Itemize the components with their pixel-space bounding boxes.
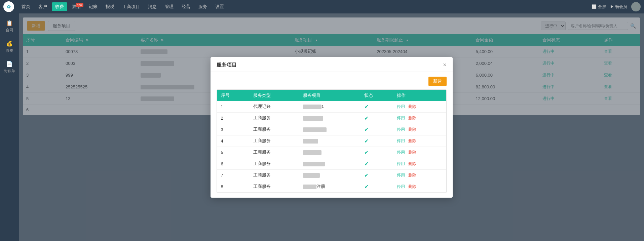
new-badge: new [76,3,83,7]
delete-btn[interactable]: 删除 [408,104,416,109]
modal-new-button[interactable]: 新建 [428,77,447,86]
nav-operate[interactable]: 经营 [178,2,194,11]
app-logo: ✿ [3,1,14,12]
modal-col-type: 服务类型 [249,90,299,101]
sidebar-item-contract[interactable]: 📋 合同 [1,16,18,35]
stop-btn[interactable]: 停用 [397,184,405,189]
contract-icon: 📋 [5,19,13,27]
nav-settings[interactable]: 设置 [212,2,227,11]
layout: 📋 合同 💰 收费 📄 对账单 新增 服务项目 进行中 已完成 已终止 [0,13,644,241]
stop-btn[interactable]: 停用 [397,161,405,166]
sidebar-item-statement[interactable]: 📄 对账单 [1,57,18,76]
sidebar-label-charge: 收费 [6,48,13,53]
modal-table-row: 2 工商服务 ✔ 停用 删除 [217,112,446,124]
service-modal: 服务项目 × 新建 序号 服务类型 服务项目 状态 [211,57,453,198]
fullscreen-btn[interactable]: ⬜ 全屏 [592,4,606,10]
user-avatar[interactable] [631,2,641,11]
nav-service[interactable]: 服务 [195,2,211,11]
stop-btn[interactable]: 停用 [397,138,405,143]
delete-btn[interactable]: 删除 [408,138,416,143]
modal-cell-no: 1 [217,101,250,113]
top-right: ⬜ 全屏 ▶ 畅会员 [592,2,641,11]
top-nav: ✿ 首页 客户 收费 票据 new 记账 报税 工商项目 消息 管理 经营 服务… [0,0,644,13]
modal-cell-status: ✔ [360,101,393,113]
modal-table-row: 3 工商服务 ✔ 停用 删除 [217,124,446,135]
delete-btn[interactable]: 删除 [408,184,416,189]
modal-cell-ops[interactable]: 停用 删除 [393,101,446,113]
modal-title: 服务项目 [217,62,237,68]
nav-message[interactable]: 消息 [145,2,160,11]
modal-table-row: 6 工商服务 ✔ 停用 删除 [217,158,446,169]
statement-icon: 📄 [5,60,13,68]
modal-col-item: 服务项目 [299,90,360,101]
nav-tax[interactable]: 报税 [102,2,118,11]
charge-icon: 💰 [5,39,13,47]
modal-cell-item: 1 [299,101,360,113]
modal-toolbar: 新建 [217,77,447,86]
stop-btn[interactable]: 停用 [397,150,405,155]
sidebar-label-statement: 对账单 [4,69,15,74]
delete-btn[interactable]: 删除 [408,161,416,166]
delete-btn[interactable]: 删除 [408,127,416,132]
modal-close-button[interactable]: × [443,62,447,68]
modal-table-row: 5 工商服务 ✔ 停用 删除 [217,147,446,158]
delete-btn[interactable]: 删除 [408,150,416,155]
modal-table-row: 1 代理记账 1 ✔ 停用 删除 [217,101,446,113]
stop-btn[interactable]: 停用 [397,116,405,120]
nav-manage[interactable]: 管理 [161,2,177,11]
stop-btn[interactable]: 停用 [397,104,405,109]
sidebar: 📋 合同 💰 收费 📄 对账单 [0,13,19,241]
nav-commerce[interactable]: 工商项目 [119,2,143,11]
modal-body: 新建 序号 服务类型 服务项目 状态 操作 [211,72,453,198]
nav-customer[interactable]: 客户 [35,2,50,11]
modal-col-no: 序号 [217,90,250,101]
main-content: 新增 服务项目 进行中 已完成 已终止 🔍 序号 合同编码 ⇅ [19,13,644,241]
member-btn[interactable]: ▶ 畅会员 [610,4,627,10]
service-table: 序号 服务类型 服务项目 状态 操作 1 代理记账 1 [217,90,446,193]
nav-ticket[interactable]: 票据 new [69,2,84,11]
modal-table-wrap[interactable]: 序号 服务类型 服务项目 状态 操作 1 代理记账 1 [217,89,447,193]
modal-header: 服务项目 × [211,57,453,72]
modal-table-row: 8 工商服务 注册 ✔ 停用 删除 [217,181,446,192]
nav-home[interactable]: 首页 [18,2,34,11]
nav-bookkeeping[interactable]: 记账 [85,2,101,11]
nav-charge[interactable]: 收费 [52,2,67,11]
sidebar-item-charge[interactable]: 💰 收费 [1,37,18,56]
nav-items: 首页 客户 收费 票据 new 记账 报税 工商项目 消息 管理 经营 服务 设… [18,2,592,11]
modal-col-status: 状态 [360,90,393,101]
modal-table-row: 4 工商服务 ✔ 停用 删除 [217,135,446,147]
modal-cell-type: 代理记账 [249,101,299,113]
modal-col-action: 操作 [393,90,446,101]
delete-btn[interactable]: 删除 [408,116,416,120]
stop-btn[interactable]: 停用 [397,173,405,177]
delete-btn[interactable]: 删除 [408,173,416,177]
sidebar-label-contract: 合同 [6,28,13,33]
stop-btn[interactable]: 停用 [397,127,405,132]
modal-table-row: 7 工商服务 ✔ 停用 删除 [217,169,446,181]
